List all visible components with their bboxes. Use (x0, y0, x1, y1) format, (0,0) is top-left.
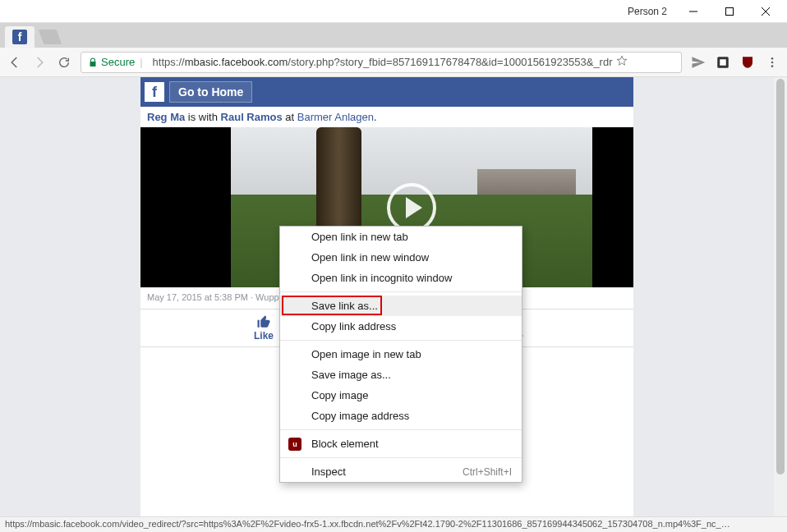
window-close[interactable] (748, 0, 784, 23)
forward-button (31, 54, 48, 71)
ctx-copy-image-address[interactable]: Copy image address (280, 406, 522, 426)
tab-strip: f (0, 23, 787, 48)
window-minimize[interactable] (675, 0, 711, 23)
profile-label: Person 2 (628, 6, 667, 17)
ctx-save-image-as[interactable]: Save image as... (280, 365, 522, 385)
facebook-logo-icon[interactable]: f (145, 82, 164, 102)
back-button[interactable] (7, 54, 23, 71)
svg-point-6 (771, 57, 774, 60)
url-text: https://mbasic.facebook.com/story.php?st… (153, 56, 613, 68)
post-location-link[interactable]: Barmer Anlagen (297, 111, 374, 123)
ctx-copy-image[interactable]: Copy image (280, 385, 522, 406)
context-menu: Open link in new tab Open link in new wi… (279, 226, 522, 483)
browser-tab[interactable]: f (5, 26, 35, 48)
vertical-scrollbar[interactable] (774, 77, 787, 516)
ctx-open-new-tab[interactable]: Open link in new tab (280, 227, 522, 247)
post-friend-link[interactable]: Raul Ramos (221, 111, 283, 123)
inspect-shortcut: Ctrl+Shift+I (463, 466, 512, 478)
window-titlebar: Person 2 (0, 0, 787, 23)
extension-ublock-icon[interactable] (739, 54, 756, 71)
video-letterbox-right (592, 127, 633, 287)
svg-point-8 (771, 65, 774, 67)
lock-icon (88, 57, 98, 67)
window-maximize[interactable] (711, 0, 748, 23)
facebook-top-bar: f Go to Home (140, 77, 633, 107)
like-label: Like (254, 330, 274, 342)
extension-shield-icon[interactable] (715, 54, 731, 71)
extension-send-icon[interactable] (690, 54, 706, 71)
ctx-open-image-new-tab[interactable]: Open image in new tab (280, 344, 522, 365)
ctx-copy-link-address[interactable]: Copy link address (280, 316, 522, 337)
facebook-favicon-icon: f (12, 30, 27, 44)
ctx-save-link-as[interactable]: Save link as... (280, 296, 522, 316)
video-letterbox-left (140, 127, 231, 287)
svg-rect-5 (720, 59, 726, 66)
ctx-inspect[interactable]: Inspect Ctrl+Shift+I (280, 461, 522, 482)
bookmark-star-icon[interactable] (616, 55, 628, 69)
secure-indicator: Secure (88, 56, 135, 68)
post-header: Reg Ma is with Raul Ramos at Barmer Anla… (140, 107, 633, 127)
go-to-home-button[interactable]: Go to Home (169, 81, 252, 103)
reload-button[interactable] (56, 54, 72, 71)
svg-point-7 (771, 61, 774, 63)
ctx-open-incognito[interactable]: Open link in incognito window (280, 268, 522, 288)
ublock-icon: u (288, 438, 301, 451)
address-bar[interactable]: Secure | https://mbasic.facebook.com/sto… (81, 52, 682, 73)
play-icon[interactable] (387, 183, 436, 232)
thumbs-up-icon (256, 314, 271, 329)
ctx-block-element[interactable]: u Block element (280, 433, 522, 454)
status-bar: https://mbasic.facebook.com/video_redire… (0, 516, 787, 532)
new-tab-button[interactable] (39, 30, 62, 44)
toolbar: Secure | https://mbasic.facebook.com/sto… (0, 48, 787, 77)
ctx-open-new-window[interactable]: Open link in new window (280, 247, 522, 268)
svg-rect-1 (726, 7, 734, 15)
secure-label: Secure (101, 56, 135, 68)
scrollbar-thumb[interactable] (776, 79, 785, 475)
chrome-menu-icon[interactable] (764, 54, 780, 71)
post-author-link[interactable]: Reg Ma (147, 111, 185, 123)
